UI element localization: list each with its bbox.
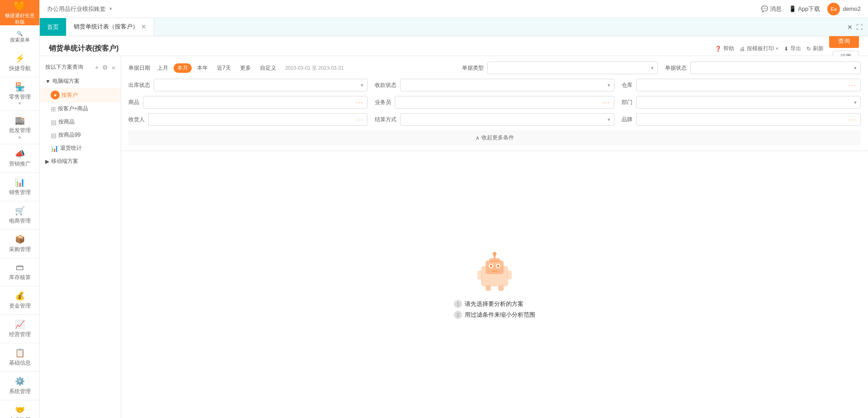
sidebar-item-label: 电商管理 [9,217,31,225]
tree-item-by-customer[interactable]: ● 按客户 [40,88,121,102]
sidebar-item-ecommerce[interactable]: 🛒 电商管理 [0,201,39,230]
message-icon: 💬 [761,5,768,12]
download-icon: 📱 [789,5,796,12]
warehouse-label: 仓库 [622,81,632,89]
settings-scheme-icon[interactable]: ⚙ [102,64,108,71]
tree-item-by-goods99[interactable]: ▤ 按商品99 [40,128,121,142]
sidebar-item-purchase[interactable]: 📦 采购管理 [0,230,39,258]
bill-type-label: 单据类型 [462,64,484,72]
tree-item-by-customer-goods[interactable]: ⊞ 按客户+商品 [40,102,121,115]
help-button[interactable]: ❓ 帮助 [715,45,734,52]
date-btn-this-month[interactable]: 本月 [174,63,192,73]
date-btn-last-month[interactable]: 上月 [154,63,172,73]
empty-state: 1 请先选择要分析的方案 2 用过滤条件来缩小分析范围 [121,151,868,418]
stock-status-select[interactable]: ▾ [154,79,368,91]
tip-number-1: 1 [454,300,462,308]
receiver-select[interactable]: ··· [148,113,368,126]
refresh-button[interactable]: ↻ 刷新 [807,45,824,52]
receiver-label: 收货人 [128,116,145,124]
date-btn-custom[interactable]: 自定义 [256,63,280,73]
app-download-button[interactable]: 📱 App下载 [789,5,820,13]
sidebar-item-retail[interactable]: 🏪 零售管理 ▼ [0,77,39,111]
dots-icon: ··· [849,81,857,89]
tree-group-desktop: ▼ 电脑端方案 ● 按客户 ⊞ 按客户+商品 ▤ 按商品 [40,75,121,155]
industry-dropdown[interactable]: ▾ [109,6,112,12]
payment-status-select[interactable]: ▾ [400,79,614,91]
page-header: 销货单统计表(按客户) ❓ 帮助 🖨 按模板打印 ▾ ⬇ 导出 ↻ 刷新 [40,36,868,56]
enterprise-icon: 🤝 [15,405,25,415]
bill-type-select[interactable]: ▾ [487,62,658,74]
sidebar-item-label: 系统管理 [9,388,31,395]
collapse-up-icon: ∧ [476,135,480,141]
bill-status-select[interactable]: ▾ [690,62,861,74]
add-scheme-icon[interactable]: + [95,64,99,71]
message-button[interactable]: 💬 消息 [761,5,782,13]
top-header: 办公用品行业模拟账套 ▾ 💬 消息 📱 App下载 Ea demo2 [40,0,868,18]
sidebar-item-label: 资金管理 [9,302,31,310]
date-btn-this-year[interactable]: 本年 [193,63,212,73]
chevron-down-icon: ▾ [651,65,654,71]
sidebar-item-quick-nav[interactable]: ⚡ 快捷导航 [0,49,39,77]
template-print-button[interactable]: 🖨 按模板打印 ▾ [740,45,778,52]
query-button[interactable]: 查询 [829,36,859,48]
tab-close-icon[interactable]: ✕ [141,23,146,30]
window-maximize-icon[interactable]: ⛶ [856,24,863,31]
tab-home[interactable]: 首页 [40,18,66,36]
basic-icon: 📋 [15,348,25,358]
svg-rect-13 [498,285,504,291]
date-quick-buttons: 上月 本月 本年 近7天 更多 自定义 [154,63,280,73]
settlement-select[interactable]: ▾ [400,113,614,126]
refresh-label: 刷新 [813,45,824,52]
sidebar-search[interactable]: 🔍搜索菜单 [0,25,39,49]
scheme-icon: ⊞ [51,105,56,113]
sidebar-item-operations[interactable]: 📈 经营管理 [0,315,39,343]
warehouse-select[interactable]: ··· [636,79,861,91]
sidebar-item-basic[interactable]: 📋 基础信息 [0,343,39,372]
sidebar-item-system[interactable]: ⚙️ 系统管理 [0,372,39,400]
tree-group-desktop-header[interactable]: ▼ 电脑端方案 [40,75,121,88]
ecommerce-icon: 🛒 [15,206,25,216]
tree-item-label: 按商品 [58,118,75,126]
scheme-icon: ▤ [51,119,57,126]
tab-home-label: 首页 [47,23,59,31]
tab-sales-stat[interactable]: 销货单统计表（按客户） ✕ [66,18,154,36]
department-label: 部门 [622,99,632,106]
sidebar-item-inventory[interactable]: 🗃 库存核算 [0,258,39,286]
export-button[interactable]: ⬇ 导出 [784,45,801,52]
tree-item-return-stats[interactable]: 📊 退货统计 [40,142,121,155]
app-download-label: App下载 [798,5,820,13]
dots-icon: ··· [849,116,857,123]
sidebar-item-label: 快捷导航 [9,65,31,72]
svg-point-4 [490,265,492,267]
tree-group-mobile-header[interactable]: ▶ 移动端方案 [40,155,121,168]
date-btn-more[interactable]: 更多 [236,63,255,73]
user-area[interactable]: Ea demo2 [827,3,861,15]
goods-select[interactable]: ··· [143,96,368,109]
sidebar-item-marketing[interactable]: 📣 营销推广 [0,144,39,173]
date-range-display: 2023-03-01 至 2023-03-31 [285,65,344,71]
brand-select[interactable]: ··· [636,113,861,126]
username-label: demo2 [843,5,861,12]
collapse-panel-icon[interactable]: « [112,64,115,71]
salesperson-label: 业务员 [375,99,391,106]
salesperson-select[interactable]: ··· [395,96,614,109]
quick-nav-icon: ⚡ [15,53,25,63]
tree-group-label: 移动端方案 [51,157,78,165]
sidebar-item-enterprise[interactable]: 🤝 企业协同 [0,400,39,418]
sidebar-item-wholesale[interactable]: 🏬 批发管理 ▲ [0,111,39,144]
app-logo-text: 畅捷通好生意 标版 [5,12,35,25]
date-btn-last-7days[interactable]: 近7天 [213,63,235,73]
department-select[interactable]: ▾ [636,96,861,109]
sidebar-item-sales[interactable]: 📊 销售管理 [0,173,39,201]
expand-icon: ▼ [45,78,51,85]
filter-row-3: 商品 ··· 业务员 ··· [128,96,861,109]
svg-point-5 [497,265,500,267]
collapse-more-conditions[interactable]: ∧ 收起更多条件 [128,130,861,145]
empty-illustration [472,248,517,294]
tree-item-by-goods[interactable]: ▤ 按商品 [40,115,121,128]
stock-status-label: 出库状态 [128,81,150,89]
window-close-icon[interactable]: ✕ [847,24,853,31]
bill-status-label: 单据状态 [665,64,687,72]
filter-row-4: 收货人 ··· 结算方式 ▾ [128,113,861,126]
sidebar-item-finance[interactable]: 💰 资金管理 [0,286,39,315]
